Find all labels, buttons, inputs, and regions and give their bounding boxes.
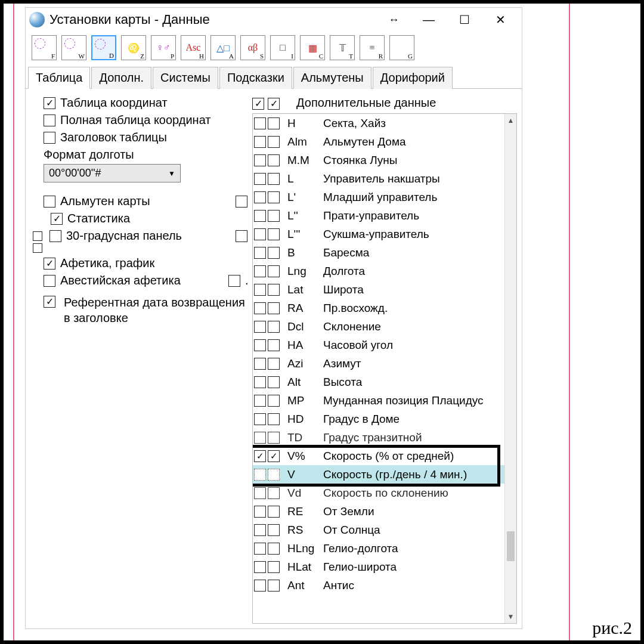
list-row[interactable]: L'''Сукшма-управитель (253, 225, 504, 243)
row-checkbox-2[interactable] (268, 117, 280, 129)
row-checkbox-2[interactable] (268, 376, 280, 388)
aux-checkbox-b[interactable] (33, 243, 42, 253)
row-checkbox-1[interactable] (254, 191, 266, 203)
close-button[interactable]: ✕ (482, 8, 518, 32)
row-checkbox-1[interactable] (254, 561, 266, 573)
row-checkbox-2[interactable] (268, 302, 280, 314)
refdate-checkbox[interactable] (44, 296, 55, 308)
toolbar-button-s[interactable]: αβS (240, 35, 265, 60)
toolbar-button-a[interactable]: △□A (210, 35, 236, 60)
row-checkbox-1[interactable] (254, 339, 266, 351)
row-checkbox-1[interactable] (254, 543, 266, 555)
scrollbar[interactable]: ▲ ▼ (504, 114, 516, 623)
row-checkbox-1[interactable] (254, 432, 266, 444)
list-row[interactable]: AziАзимут (253, 354, 504, 373)
row-checkbox-1[interactable] (254, 173, 266, 185)
row-checkbox-2[interactable] (268, 210, 280, 222)
row-checkbox-2[interactable] (268, 450, 280, 462)
toolbar-button-c[interactable]: ▦C (300, 35, 325, 60)
list-row[interactable]: DclСклонение (253, 317, 504, 336)
row-checkbox-2[interactable] (268, 339, 280, 351)
row-checkbox-1[interactable] (254, 284, 266, 296)
tab-1[interactable]: Дополн. (91, 67, 151, 89)
list-row[interactable]: L''Прати-управитель (253, 206, 504, 225)
row-checkbox-1[interactable] (254, 469, 266, 481)
row-checkbox-1[interactable] (254, 117, 266, 129)
list-row[interactable]: HСекта, Хайз (253, 114, 504, 132)
row-checkbox-2[interactable] (268, 247, 280, 259)
list-row[interactable]: HLngГелио-долгота (253, 539, 504, 558)
row-checkbox-2[interactable] (268, 561, 280, 573)
row-checkbox-2[interactable] (268, 524, 280, 536)
list-row[interactable]: LngДолгота (253, 262, 504, 280)
scroll-thumb[interactable] (507, 531, 515, 561)
list-row[interactable]: AltВысота (253, 373, 504, 391)
row-checkbox-2[interactable] (268, 543, 280, 555)
row-checkbox-2[interactable] (268, 228, 280, 240)
minimize-button[interactable]: — (411, 8, 447, 32)
row-checkbox-1[interactable] (254, 413, 266, 425)
row-checkbox-1[interactable] (254, 358, 266, 370)
almuten-checkbox[interactable] (44, 196, 55, 208)
tab-2[interactable]: Системы (153, 67, 218, 89)
extra-checkbox-1[interactable] (236, 196, 247, 208)
row-checkbox-1[interactable] (254, 395, 266, 407)
row-checkbox-1[interactable] (254, 154, 266, 166)
row-checkbox-2[interactable] (268, 321, 280, 333)
tab-0[interactable]: Таблица (28, 67, 90, 89)
tab-4[interactable]: Альмутены (293, 67, 371, 89)
row-checkbox-2[interactable] (268, 136, 280, 148)
stats-checkbox[interactable] (51, 213, 63, 225)
toolbar-button-h[interactable]: AscH (181, 35, 206, 60)
list-row[interactable]: BБаресма (253, 243, 504, 262)
row-checkbox-2[interactable] (268, 154, 280, 166)
row-checkbox-1[interactable] (254, 321, 266, 333)
row-checkbox-2[interactable] (268, 413, 280, 425)
row-checkbox-1[interactable] (254, 247, 266, 259)
full-coord-checkbox[interactable] (44, 114, 55, 126)
toolbar-button-p[interactable]: ♀♂P (151, 35, 176, 60)
row-checkbox-1[interactable] (254, 580, 266, 592)
aux-checkbox-a[interactable] (33, 231, 42, 241)
list-row[interactable]: VСкорость (гр./день / 4 мин.) (253, 465, 504, 484)
row-checkbox-1[interactable] (254, 228, 266, 240)
row-checkbox-1[interactable] (254, 450, 266, 462)
row-checkbox-2[interactable] (268, 506, 280, 518)
list-row[interactable]: AlmАльмутен Дома (253, 132, 504, 151)
toolbar-button-i[interactable]: □I (270, 35, 295, 60)
row-checkbox-1[interactable] (254, 136, 266, 148)
toolbar-button-g[interactable]: G (389, 35, 414, 60)
list-row[interactable]: HAЧасовой угол (253, 336, 504, 354)
toolbar-button-t[interactable]: 𝕋T (330, 35, 355, 60)
list-row[interactable]: LatШирота (253, 280, 504, 299)
list-row[interactable]: V%Скорость (% от средней) (253, 447, 504, 465)
list-row[interactable]: RSОт Солнца (253, 521, 504, 539)
avest-checkbox[interactable] (44, 275, 55, 287)
row-checkbox-1[interactable] (254, 302, 266, 314)
list-row[interactable]: AntАнтис (253, 576, 504, 595)
list-row[interactable]: VdСкорость по склонению (253, 484, 504, 502)
list-row[interactable]: RAПр.восхожд. (253, 299, 504, 317)
master-checkbox-1[interactable] (252, 98, 264, 110)
longitude-format-combo[interactable]: 00°00'00''# ▼ (44, 164, 181, 182)
row-checkbox-2[interactable] (268, 358, 280, 370)
row-checkbox-1[interactable] (254, 506, 266, 518)
row-checkbox-1[interactable] (254, 210, 266, 222)
list-row[interactable]: TDГрадус транзитной (253, 428, 504, 447)
row-checkbox-2[interactable] (268, 580, 280, 592)
row-checkbox-2[interactable] (268, 284, 280, 296)
row-checkbox-2[interactable] (268, 469, 280, 481)
coord-table-checkbox[interactable] (44, 97, 55, 109)
row-checkbox-1[interactable] (254, 487, 266, 499)
master-checkbox-2[interactable] (268, 98, 280, 110)
scroll-up-icon[interactable]: ▲ (505, 114, 516, 127)
panel30-checkbox[interactable] (49, 230, 61, 242)
list-row[interactable]: HDГрадус в Доме (253, 410, 504, 428)
list-row[interactable]: HLatГелио-широта (253, 558, 504, 576)
row-checkbox-2[interactable] (268, 432, 280, 444)
tab-3[interactable]: Подсказки (219, 67, 292, 89)
row-checkbox-1[interactable] (254, 376, 266, 388)
toolbar-button-z[interactable]: ♌Z (121, 35, 146, 60)
extra-checkbox-2[interactable] (236, 230, 247, 242)
row-checkbox-2[interactable] (268, 395, 280, 407)
